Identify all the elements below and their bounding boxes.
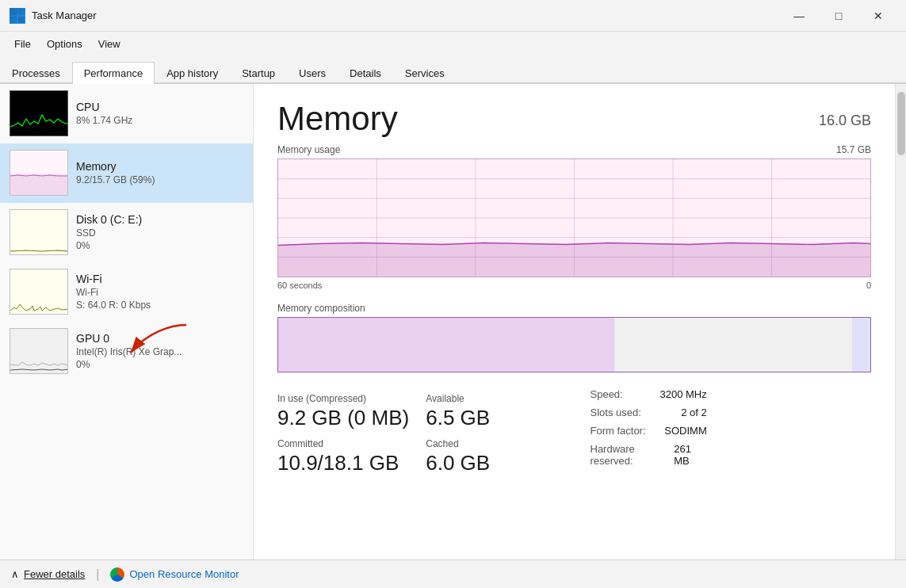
speed-label: Speed: (591, 388, 623, 400)
svg-rect-3 (18, 17, 25, 23)
sidebar-item-gpu[interactable]: GPU 0 Intel(R) Iris(R) Xe Grap... 0% (0, 322, 253, 381)
memory-info: Memory 9.2/15.7 GB (59%) (76, 160, 243, 185)
gpu-name: GPU 0 (76, 332, 243, 345)
form-row: Form factor: SODIMM (591, 425, 707, 437)
disk-thumbnail (10, 209, 68, 255)
wifi-name: Wi-Fi (76, 273, 243, 285)
fewer-details-label: Fewer details (24, 568, 85, 580)
tabbar: Processes Performance App history Startu… (0, 55, 906, 84)
reserved-value: 261 MB (674, 443, 707, 467)
fewer-details-button[interactable]: ∧ Fewer details (11, 568, 85, 580)
time-left: 60 seconds (277, 281, 322, 290)
form-value: SODIMM (664, 425, 706, 437)
reserved-label: Hardware reserved: (591, 443, 675, 467)
titlebar-left: Task Manager (10, 8, 97, 24)
gpu-sub2: 0% (76, 359, 243, 370)
svg-rect-0 (10, 9, 17, 15)
scrollbar[interactable] (895, 84, 906, 559)
cached-value: 6.0 GB (426, 451, 574, 475)
cpu-thumbnail (10, 90, 68, 136)
memory-total: 16.0 GB (819, 113, 871, 129)
slots-label: Slots used: (591, 407, 641, 418)
resource-label: Open Resource Monitor (129, 568, 239, 580)
svg-rect-4 (10, 91, 68, 136)
titlebar-title: Task Manager (32, 10, 97, 21)
tab-services[interactable]: Services (393, 62, 457, 84)
memory-header: Memory 16.0 GB (277, 100, 871, 138)
menu-file[interactable]: File (6, 35, 39, 53)
tab-details[interactable]: Details (338, 62, 393, 84)
disk-info: Disk 0 (C: E:) SSD 0% (76, 213, 243, 251)
tab-performance[interactable]: Performance (72, 62, 155, 84)
usage-max: 15.7 GB (836, 144, 871, 155)
inuse-label: In use (Compressed) (277, 393, 426, 404)
main-area: CPU 8% 1.74 GHz Memory 9.2/15.7 GB (59%) (0, 84, 906, 559)
svg-rect-9 (10, 329, 68, 374)
maximize-button[interactable]: □ (820, 3, 857, 29)
gpu-thumbnail (10, 328, 68, 374)
tab-startup[interactable]: Startup (230, 62, 287, 84)
disk-sub2: 0% (76, 240, 243, 251)
minimize-button[interactable]: — (781, 3, 817, 29)
sidebar: CPU 8% 1.74 GHz Memory 9.2/15.7 GB (59%) (0, 84, 254, 559)
titlebar: Task Manager — □ ✕ (0, 0, 906, 32)
chart-label: Memory usage 15.7 GB (277, 144, 871, 155)
svg-rect-2 (10, 17, 17, 23)
chevron-up-icon: ∧ (11, 568, 19, 580)
disk-name: Disk 0 (C: E:) (76, 213, 243, 226)
comp-inuse (278, 318, 614, 372)
available-label: Available (426, 393, 574, 404)
comp-available (614, 318, 852, 372)
menu-options[interactable]: Options (39, 35, 90, 53)
titlebar-controls: — □ ✕ (781, 3, 896, 29)
comp-standby (852, 318, 870, 372)
time-right: 0 (866, 281, 871, 290)
gpu-info: GPU 0 Intel(R) Iris(R) Xe Grap... 0% (76, 332, 243, 370)
wifi-sub2: S: 64.0 R: 0 Kbps (76, 300, 243, 311)
sidebar-item-disk[interactable]: Disk 0 (C: E:) SSD 0% (0, 203, 253, 262)
bottombar: ∧ Fewer details | Open Resource Monitor (0, 559, 906, 588)
memory-usage-chart (277, 158, 871, 277)
sidebar-item-wifi[interactable]: Wi-Fi Wi-Fi S: 64.0 R: 0 Kbps (0, 262, 253, 322)
app-icon (10, 8, 25, 24)
sidebar-item-cpu[interactable]: CPU 8% 1.74 GHz (0, 84, 253, 143)
committed-label: Committed (277, 438, 426, 449)
stats-grid: In use (Compressed) 9.2 GB (0 MB) Commit… (277, 388, 871, 480)
wifi-thumbnail (10, 269, 68, 315)
sidebar-item-memory[interactable]: Memory 9.2/15.7 GB (59%) (0, 143, 253, 203)
gpu-sub1: Intel(R) Iris(R) Xe Grap... (76, 346, 243, 357)
close-button[interactable]: ✕ (860, 3, 896, 29)
content-panel: Memory 16.0 GB Memory usage 15.7 GB (254, 84, 895, 559)
usage-label: Memory usage (277, 144, 340, 155)
scroll-thumb[interactable] (897, 92, 905, 155)
cpu-info: CPU 8% 1.74 GHz (76, 101, 243, 126)
page-title: Memory (277, 100, 398, 138)
open-resource-button[interactable]: Open Resource Monitor (110, 567, 239, 582)
separator: | (96, 567, 99, 582)
tab-users[interactable]: Users (287, 62, 338, 84)
menubar: File Options View (0, 32, 906, 55)
menu-view[interactable]: View (90, 35, 128, 53)
svg-rect-7 (10, 210, 68, 255)
cpu-name: CPU (76, 101, 243, 113)
chart-time: 60 seconds 0 (277, 281, 871, 290)
disk-sub1: SSD (76, 227, 243, 239)
speed-value: 3200 MHz (660, 388, 707, 400)
svg-rect-6 (10, 174, 68, 196)
wifi-sub1: Wi-Fi (76, 287, 243, 298)
cpu-sub: 8% 1.74 GHz (76, 115, 243, 126)
inuse-group: In use (Compressed) 9.2 GB (0 MB) Commit… (277, 388, 426, 480)
wifi-info: Wi-Fi Wi-Fi S: 64.0 R: 0 Kbps (76, 273, 243, 311)
reserved-row: Hardware reserved: 261 MB (591, 443, 707, 467)
resource-monitor-icon (110, 567, 124, 582)
composition-bar (277, 317, 871, 372)
memory-name: Memory (76, 160, 243, 173)
specs-column1: Speed: 3200 MHz Slots used: 2 of 2 Form … (575, 388, 723, 480)
speed-row: Speed: 3200 MHz (591, 388, 707, 400)
tab-processes[interactable]: Processes (0, 62, 72, 84)
tab-apphistory[interactable]: App history (155, 62, 230, 84)
slots-row: Slots used: 2 of 2 (591, 407, 707, 418)
inuse-value: 9.2 GB (0 MB) (277, 406, 426, 430)
composition-label: Memory composition (277, 303, 871, 314)
available-group: Available 6.5 GB Cached 6.0 GB (426, 388, 574, 480)
